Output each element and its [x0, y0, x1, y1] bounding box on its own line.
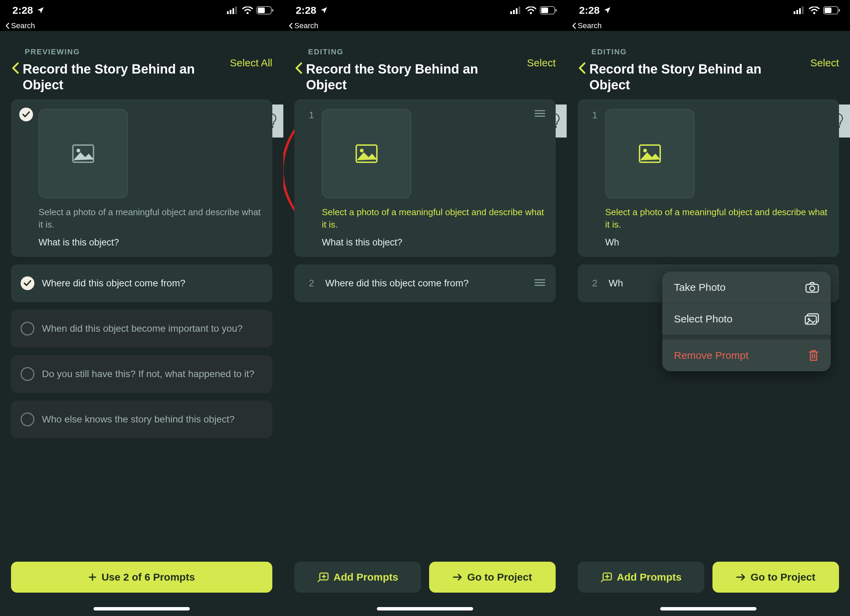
drag-handle-icon[interactable]: [534, 279, 545, 288]
gallery-icon: [805, 313, 819, 325]
add-prompt-icon: [600, 572, 612, 582]
image-placeholder[interactable]: [39, 109, 128, 198]
battery-icon: [540, 6, 557, 15]
camera-icon: [805, 282, 819, 293]
drag-handle-icon[interactable]: [534, 110, 545, 119]
wifi-icon: [809, 6, 820, 14]
remove-prompt-label: Remove Prompt: [674, 350, 748, 361]
image-icon: [356, 144, 377, 163]
select-button[interactable]: Select: [527, 57, 556, 69]
add-prompts-button[interactable]: Add Prompts: [578, 562, 704, 593]
battery-icon: [256, 6, 274, 15]
index-label: 1: [309, 110, 314, 121]
back-button[interactable]: [578, 61, 590, 74]
hero-question: What is this object?: [39, 237, 263, 248]
eyebrow-label: EDITING: [591, 48, 839, 56]
image-placeholder[interactable]: [322, 109, 411, 198]
svg-rect-23: [794, 11, 795, 14]
status-icons: [794, 6, 840, 15]
status-time: 2:28: [579, 4, 600, 16]
go-to-project-label: Go to Project: [467, 571, 532, 583]
home-indicator[interactable]: [660, 607, 756, 610]
location-services-icon: [603, 6, 611, 15]
select-photo-label: Select Photo: [674, 313, 732, 325]
index-label: 1: [592, 110, 598, 121]
svg-rect-18: [555, 9, 557, 12]
svg-point-4: [247, 12, 248, 14]
go-to-project-button[interactable]: Go to Project: [712, 562, 839, 593]
back-button[interactable]: [11, 61, 23, 74]
chevron-left-icon: [572, 22, 577, 29]
status-bar: 2:28: [283, 0, 567, 21]
use-prompts-button[interactable]: Use 2 of 6 Prompts: [11, 562, 272, 593]
image-placeholder[interactable]: [605, 109, 694, 198]
add-prompts-label: Add Prompts: [617, 571, 681, 583]
svg-rect-14: [519, 6, 520, 14]
select-button[interactable]: Select: [810, 57, 839, 69]
back-search-label: Search: [578, 21, 602, 30]
index-label: 2: [592, 278, 598, 289]
unchecked-icon: [21, 322, 34, 335]
prompt-text: Who else knows the story behind this obj…: [42, 413, 235, 426]
phone-screen-1: 2:28 Search PREVIEWING Record the Story: [0, 0, 283, 616]
hero-prompt-card[interactable]: 1 Select a photo of a meaningful object …: [294, 99, 556, 257]
back-search-label: Search: [294, 21, 319, 30]
back-button[interactable]: [294, 61, 306, 74]
location-services-icon: [320, 6, 328, 15]
prompt-item[interactable]: Do you still have this? If not, what hap…: [11, 355, 272, 393]
chevron-left-icon: [578, 62, 586, 74]
index-label: 2: [309, 278, 314, 289]
select-all-button[interactable]: Select All: [230, 57, 272, 69]
hero-description: Select a photo of a meaningful object an…: [605, 206, 829, 231]
back-to-search[interactable]: Search: [567, 21, 850, 31]
wifi-icon: [525, 6, 536, 14]
svg-point-35: [810, 286, 815, 291]
svg-rect-7: [272, 9, 273, 12]
svg-rect-29: [825, 7, 831, 13]
hero-prompt-card[interactable]: 1 Select a photo of a meaningful object …: [578, 99, 839, 257]
status-time: 2:28: [12, 4, 33, 16]
remove-prompt-item[interactable]: Remove Prompt: [662, 339, 831, 371]
hero-description: Select a photo of a meaningful object an…: [39, 206, 263, 231]
prompt-item[interactable]: Where did this object come from?: [11, 264, 272, 302]
status-bar: 2:28: [0, 0, 283, 21]
svg-rect-25: [799, 8, 801, 14]
prompt-item[interactable]: When did this object become important to…: [11, 310, 272, 348]
prompt-text: Where did this object come from?: [325, 277, 469, 290]
back-to-search[interactable]: Search: [0, 21, 283, 31]
home-indicator[interactable]: [377, 607, 473, 610]
prompt-text: When did this object become important to…: [42, 322, 243, 335]
page-title: Record the Story Behind an Object: [590, 61, 768, 93]
status-bar: 2:28: [567, 0, 850, 21]
go-to-project-button[interactable]: Go to Project: [429, 562, 556, 593]
add-prompt-icon: [317, 572, 329, 582]
add-prompts-button[interactable]: Add Prompts: [294, 562, 421, 593]
page-title: Record the Story Behind an Object: [23, 61, 202, 93]
home-indicator[interactable]: [94, 607, 190, 610]
take-photo-label: Take Photo: [674, 281, 726, 293]
location-services-icon: [36, 6, 45, 15]
chevron-left-icon: [294, 62, 302, 74]
battery-icon: [823, 6, 840, 15]
trash-icon: [808, 349, 819, 362]
prompt-item[interactable]: Who else knows the story behind this obj…: [11, 401, 272, 438]
svg-point-27: [813, 12, 815, 14]
back-to-search[interactable]: Search: [283, 21, 567, 31]
svg-point-38: [808, 318, 810, 320]
prompt-text: Wh: [609, 277, 623, 290]
hero-prompt-card[interactable]: Select a photo of a meaningful object an…: [11, 99, 272, 257]
page-title: Record the Story Behind an Object: [306, 61, 485, 93]
svg-rect-13: [516, 8, 518, 14]
svg-point-21: [360, 149, 364, 152]
context-menu: Take Photo Select Photo Remove Prompt: [662, 272, 831, 371]
unchecked-icon: [21, 367, 34, 381]
chevron-left-icon: [5, 22, 10, 29]
hero-description: Select a photo of a meaningful object an…: [322, 206, 546, 231]
select-photo-item[interactable]: Select Photo: [662, 303, 831, 335]
svg-rect-26: [802, 6, 804, 14]
image-icon: [639, 144, 661, 163]
go-to-project-label: Go to Project: [751, 571, 815, 583]
take-photo-item[interactable]: Take Photo: [662, 272, 831, 303]
prompt-item[interactable]: 2 Where did this object come from?: [294, 264, 556, 302]
svg-rect-1: [230, 10, 231, 14]
